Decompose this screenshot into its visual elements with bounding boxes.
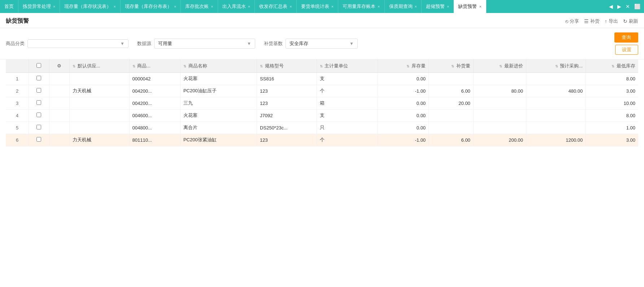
tab-abnormal[interactable]: 拣货异常处理 × bbox=[18, 0, 60, 13]
category-filter-group: 商品分类 ▼ bbox=[6, 39, 129, 48]
tab-scroll-right[interactable]: ▶ bbox=[615, 4, 623, 9]
th-supplement: ⇅ 补货量 bbox=[429, 59, 474, 72]
tab-inventory-dist[interactable]: 现存量（库存分布表） × bbox=[121, 0, 181, 13]
th-unit: ⇅ 主计量单位 bbox=[317, 59, 378, 72]
share-icon: ⎋ bbox=[565, 18, 568, 24]
cell-spec: DS250*23c... bbox=[257, 122, 317, 134]
export-button[interactable]: ↑ 导出 bbox=[605, 18, 618, 25]
sort-code-icon[interactable]: ⇅ bbox=[132, 64, 135, 68]
column-settings-icon[interactable]: ⚙ bbox=[57, 63, 61, 69]
restock-select[interactable]: 安全库存 ▼ bbox=[286, 39, 358, 49]
supplement-button[interactable]: ☰ 补货 bbox=[584, 18, 600, 25]
refresh-icon: ↻ bbox=[623, 18, 627, 24]
tab-overstock[interactable]: 超储预警 × bbox=[422, 0, 454, 13]
restock-dropdown-icon: ▼ bbox=[349, 41, 354, 46]
sort-minstock-icon[interactable]: ⇅ bbox=[612, 64, 614, 68]
table-row: 2 力天机械 004200... PC200油缸压子 123 个 -1.00 6… bbox=[6, 85, 638, 97]
cell-supplier: 力天机械 bbox=[70, 85, 129, 97]
cell-spec: 123 bbox=[257, 85, 317, 97]
cell-min-stock: 8.00 bbox=[586, 109, 638, 122]
tab-close-available-ledger[interactable]: × bbox=[378, 4, 380, 9]
cell-supplier bbox=[70, 122, 129, 134]
sort-supplier-icon[interactable]: ⇅ bbox=[73, 64, 75, 68]
sort-price-icon[interactable]: ⇅ bbox=[499, 64, 502, 68]
tab-close-shortage[interactable]: × bbox=[479, 4, 481, 9]
tab-close-inout-flow[interactable]: × bbox=[248, 4, 250, 9]
tab-requisition[interactable]: 要货单统计表 × bbox=[297, 0, 338, 13]
sort-supplement-icon[interactable]: ⇅ bbox=[451, 64, 454, 68]
tab-close-batch[interactable]: × bbox=[211, 4, 213, 9]
refresh-button[interactable]: ↻ 刷新 bbox=[623, 18, 638, 25]
th-settings: ⚙ bbox=[49, 59, 70, 72]
query-button[interactable]: 查询 bbox=[614, 32, 638, 43]
restock-label: 补货基数 bbox=[264, 40, 283, 47]
tab-close-requisition[interactable]: × bbox=[331, 4, 334, 9]
cell-check bbox=[29, 97, 49, 109]
cell-spec: 123 bbox=[257, 134, 317, 146]
tab-close-overstock[interactable]: × bbox=[447, 4, 449, 9]
sort-unit-icon[interactable]: ⇅ bbox=[320, 64, 323, 68]
export-icon: ↑ bbox=[605, 18, 607, 24]
datasource-select[interactable]: 可用量 ▼ bbox=[154, 39, 255, 49]
cell-code: 004200... bbox=[129, 85, 180, 97]
th-code: ⇅ 商品... bbox=[129, 59, 180, 72]
cell-est-purchase bbox=[526, 122, 586, 134]
tab-close-expiry[interactable]: × bbox=[415, 4, 417, 9]
cell-check bbox=[29, 85, 49, 97]
cell-stock: 0.00 bbox=[378, 72, 428, 85]
sort-spec-icon[interactable]: ⇅ bbox=[260, 64, 263, 68]
tab-close-abnormal[interactable]: × bbox=[53, 4, 55, 9]
tab-expiry[interactable]: 保质期查询 × bbox=[385, 0, 422, 13]
tab-close-inventory-status[interactable]: × bbox=[113, 4, 116, 9]
cell-min-stock: 1.00 bbox=[586, 122, 638, 134]
cell-code: 004600... bbox=[129, 109, 180, 122]
cell-settings-placeholder bbox=[49, 97, 70, 109]
tab-close-all[interactable]: ✕ bbox=[623, 4, 632, 9]
cell-unit: 箱 bbox=[317, 97, 378, 109]
sort-stock-icon[interactable]: ⇅ bbox=[406, 64, 409, 68]
row-checkbox[interactable] bbox=[36, 76, 41, 80]
cell-latest-price bbox=[473, 72, 526, 85]
category-select[interactable]: ▼ bbox=[27, 39, 129, 48]
restock-select-text: 安全库存 bbox=[290, 40, 347, 47]
cell-name: 火花塞 bbox=[180, 72, 257, 85]
page-title: 缺货预警 bbox=[6, 17, 29, 25]
cell-latest-price: 80.00 bbox=[473, 85, 526, 97]
cell-settings-placeholder bbox=[49, 109, 70, 122]
sort-name-icon[interactable]: ⇅ bbox=[183, 64, 186, 68]
table-row: 3 004200... 三九 123 箱 0.00 20.00 10.00 bbox=[6, 97, 638, 109]
tab-collect-summary[interactable]: 收发存汇总表 × bbox=[255, 0, 296, 13]
share-button[interactable]: ⎋ 分享 bbox=[565, 18, 579, 25]
cell-est-purchase bbox=[526, 72, 586, 85]
tab-close-collect-summary[interactable]: × bbox=[290, 4, 292, 9]
datasource-dropdown-icon: ▼ bbox=[247, 41, 251, 46]
cell-min-stock: 3.00 bbox=[586, 85, 638, 97]
tab-batch[interactable]: 库存批次账 × bbox=[181, 0, 218, 13]
tab-inout-flow[interactable]: 出入库流水 × bbox=[218, 0, 255, 13]
row-checkbox[interactable] bbox=[36, 88, 41, 93]
cell-name: 火花塞 bbox=[180, 109, 257, 122]
cell-supplement bbox=[429, 122, 474, 134]
tab-inventory-status[interactable]: 现存量（库存状况表） × bbox=[60, 0, 120, 13]
sort-purchase-icon[interactable]: ⇅ bbox=[555, 64, 558, 68]
table-row: 5 004800... 离合片 DS250*23c... 只 0.00 1.00 bbox=[6, 122, 638, 134]
cell-num: 4 bbox=[6, 109, 29, 122]
tab-shortage[interactable]: 缺货预警 × bbox=[454, 0, 486, 13]
data-table: ⚙ ⇅ 默认供应... ⇅ 商品... ⇅ 商品名称 ⇅ bbox=[6, 59, 638, 146]
row-checkbox[interactable] bbox=[36, 125, 41, 129]
tab-available-ledger[interactable]: 可用量库存账本 × bbox=[338, 0, 384, 13]
cell-num: 2 bbox=[6, 85, 29, 97]
settings-button[interactable]: 设置 bbox=[615, 45, 638, 55]
cell-num: 3 bbox=[6, 97, 29, 109]
tab-scroll-left[interactable]: ◀ bbox=[607, 4, 615, 9]
row-checkbox[interactable] bbox=[36, 100, 41, 105]
select-all-checkbox[interactable] bbox=[36, 63, 41, 68]
cell-settings-placeholder bbox=[49, 134, 70, 146]
row-checkbox[interactable] bbox=[36, 112, 41, 117]
row-checkbox[interactable] bbox=[36, 137, 41, 142]
tab-maximize[interactable]: ⬜ bbox=[632, 4, 643, 9]
tab-home[interactable]: 首页 bbox=[0, 0, 18, 13]
tab-close-inventory-dist[interactable]: × bbox=[174, 4, 176, 9]
cell-settings-placeholder bbox=[49, 122, 70, 134]
cell-supplement bbox=[429, 109, 474, 122]
